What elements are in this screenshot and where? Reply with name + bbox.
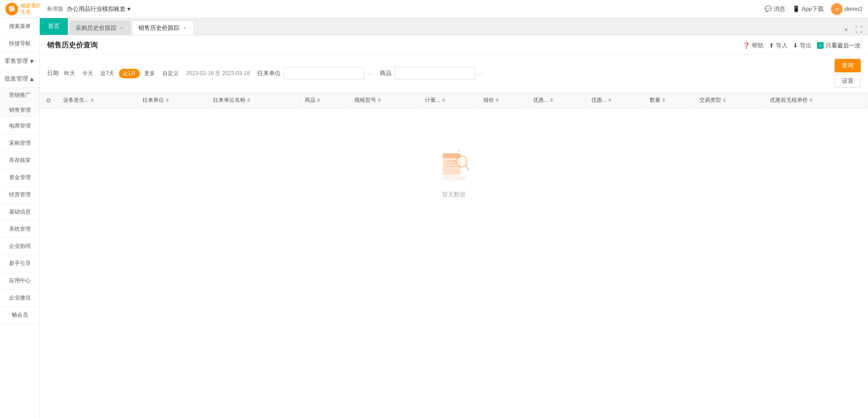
sales-mgmt-label: 销售管理 [9, 106, 31, 114]
export-btn[interactable]: ⬇ 导出 [793, 42, 811, 50]
gear-icon[interactable]: ⚙ [46, 97, 52, 104]
product-input[interactable] [394, 67, 476, 80]
sidebar-item-purchase-mgmt[interactable]: 采购管理 [0, 135, 39, 152]
app-download-icon: 📱 [793, 5, 800, 12]
sort-down-icon-um [442, 100, 445, 102]
sort-down-icon-unit-name [247, 100, 250, 102]
date-btn-1month[interactable]: 近1月 [119, 69, 140, 78]
tab-home[interactable]: 首页 [40, 18, 68, 35]
app-download-btn[interactable]: 📱 App下载 [793, 5, 824, 13]
product-ellipsis[interactable]: ··· [478, 70, 483, 77]
sidebar-item-system-mgmt[interactable]: 系统管理 [0, 221, 39, 238]
th-gear[interactable]: ⚙ [40, 93, 58, 108]
export-icon: ⬇ [793, 42, 798, 49]
svg-rect-3 [446, 161, 457, 162]
help-icon: ❓ [743, 42, 750, 49]
th-price[interactable]: 报价 [479, 93, 528, 108]
svg-rect-4 [446, 163, 454, 164]
last-only-checkbox[interactable]: ✓ [817, 42, 824, 49]
system-mgmt-label: 系统管理 [9, 225, 31, 233]
product-label: 商品 [380, 69, 392, 77]
sort-down-icon-price [495, 100, 499, 102]
sidebar-item-sales-mgmt[interactable]: 销售管理 [0, 103, 39, 118]
th-discount1[interactable]: 优惠... [528, 93, 586, 108]
sort-up-icon-pp [809, 98, 813, 100]
username-label: demo2 [844, 5, 863, 12]
th-unit-name[interactable]: 往来单位名称 [208, 93, 300, 108]
import-btn[interactable]: ⬆ 导入 [769, 42, 788, 50]
th-discount2[interactable]: 优惠... [587, 93, 645, 108]
date-btn-today[interactable]: 今天 [80, 69, 96, 78]
quick-nav-label: 快捷导航 [9, 40, 31, 48]
sort-icon-price [495, 98, 499, 102]
operation-label: 经营管理 [9, 191, 31, 199]
sidebar-item-finance[interactable]: 资金管理 [0, 169, 39, 186]
sidebar-item-app-center[interactable]: 应用中心 [0, 272, 39, 290]
th-date[interactable]: 业务发生... [58, 93, 137, 108]
sidebar-item-marketing[interactable]: 营销推广 [0, 88, 39, 103]
source-unit-input[interactable] [283, 67, 365, 80]
date-btn-custom[interactable]: 自定义 [160, 69, 181, 78]
sort-down-icon-product [317, 100, 321, 102]
last-only-label: 只看最后一次 [826, 42, 861, 50]
th-trade-type-label: 交易类型 [699, 96, 721, 104]
sidebar-item-newbie-guide[interactable]: 新手引导 [0, 255, 39, 272]
tab-purchase-close[interactable]: × [119, 25, 124, 31]
sidebar-item-retail-mgmt[interactable]: 零售管理 ▼ [0, 52, 39, 70]
logo-area: 畅 畅捷通好生意 [5, 3, 43, 15]
th-unit-measure-label: 计量... [425, 96, 440, 104]
sidebar-item-ecommerce[interactable]: 电商管理 [0, 118, 39, 135]
th-unit-name-label: 往来单位名称 [213, 96, 245, 104]
date-btn-7days[interactable]: 近7天 [98, 69, 117, 78]
th-pretax-price[interactable]: 优惠前无税单价 [765, 93, 868, 108]
th-unit[interactable]: 往来单位 [137, 93, 208, 108]
tab-sales-close[interactable]: × [182, 25, 187, 31]
help-label: 帮助 [752, 42, 764, 50]
tab-purchase-history[interactable]: 采购历史价跟踪 × [69, 20, 131, 35]
export-label: 导出 [800, 42, 811, 50]
sort-icon-date [90, 98, 94, 102]
th-spec[interactable]: 规格型号 [349, 93, 420, 108]
user-btn[interactable]: d demo2 [831, 3, 863, 15]
sidebar-item-search-menu[interactable]: 搜索菜单 [0, 18, 39, 35]
sort-up-icon-unit [165, 98, 169, 100]
query-btn[interactable]: 查询 [835, 59, 861, 72]
message-btn[interactable]: 💬 消息 [764, 5, 785, 13]
table-header-row: ⚙ 业务发生... [40, 93, 868, 108]
finance-label: 资金管理 [9, 174, 31, 181]
expand-window-btn[interactable]: ⛶ [854, 25, 864, 35]
th-discount2-label: 优惠... [591, 96, 607, 104]
tab-sales-history[interactable]: 销售历史价跟踪 × [132, 20, 193, 35]
sidebar-item-membership[interactable]: 畅会员 [0, 307, 39, 324]
close-all-tabs-btn[interactable]: × [842, 25, 850, 35]
top-bar-left: 畅 畅捷通好生意 标准版 办公用品行业模拟账套 ▾ [5, 3, 131, 15]
newbie-guide-label: 新手引导 [9, 260, 31, 267]
sort-icon-product [317, 98, 321, 102]
sidebar-item-wholesale-mgmt[interactable]: 批发管理 ▲ [0, 70, 39, 88]
sidebar-item-wechat-work[interactable]: 企业微信 [0, 290, 39, 307]
top-bar-right: 💬 消息 📱 App下载 d demo2 [764, 3, 863, 15]
sort-up-icon-product [317, 98, 321, 100]
svg-text:✦: ✦ [457, 148, 461, 153]
sidebar-item-enterprise-collab[interactable]: 企业协同 [0, 238, 39, 255]
date-btn-more[interactable]: 更多 [142, 69, 158, 78]
sort-down-icon-qty [662, 100, 665, 102]
th-product[interactable]: 商品 [300, 93, 350, 108]
date-btn-yesterday[interactable]: 昨天 [61, 69, 78, 78]
th-qty[interactable]: 数量 [645, 93, 695, 108]
sidebar-item-inventory[interactable]: 库存核算 [0, 152, 39, 169]
sort-icon-qty [662, 98, 665, 102]
sidebar-item-operation[interactable]: 经营管理 [0, 186, 39, 204]
sidebar-item-quick-nav[interactable]: 快捷导航 [0, 35, 39, 52]
dropdown-icon: ▾ [127, 5, 131, 12]
sort-down-icon [90, 100, 94, 102]
th-unit-measure[interactable]: 计量... [420, 93, 479, 108]
set-btn[interactable]: 设置 [835, 74, 861, 88]
help-btn[interactable]: ❓ 帮助 [743, 42, 764, 50]
last-only-checkbox-area[interactable]: ✓ 只看最后一次 [817, 42, 861, 50]
source-unit-label: 往来单位 [257, 69, 281, 77]
source-unit-ellipsis[interactable]: ··· [368, 70, 373, 77]
th-trade-type[interactable]: 交易类型 [694, 93, 765, 108]
sidebar-item-basic-info[interactable]: 基础信息 [0, 204, 39, 221]
app-name-dropdown[interactable]: 办公用品行业模拟账套 ▾ [67, 5, 131, 13]
